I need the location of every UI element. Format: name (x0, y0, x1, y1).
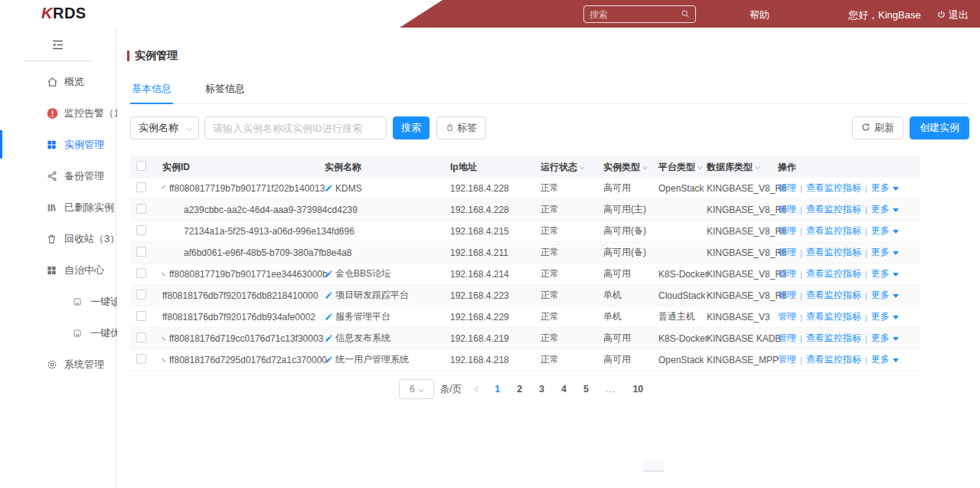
sidebar-item-recycle-bin[interactable]: 回收站（3） (0, 223, 116, 254)
edit-name-icon[interactable] (325, 355, 333, 364)
edit-name-icon[interactable] (325, 291, 333, 300)
monitor-link[interactable]: 查看监控指标 (806, 289, 861, 302)
page-ellipsis[interactable]: ... (606, 384, 616, 395)
instance-id: 72134a1a-5f25-4913-a06d-996e134fd696 (184, 226, 354, 237)
sidebar-item-one-key-optimization[interactable]: 一键优化 (0, 317, 116, 349)
sidebar-item-overview[interactable]: 概览 (0, 66, 116, 97)
global-search[interactable] (583, 5, 696, 23)
brand-logo[interactable]: KRDS (41, 5, 87, 22)
manage-link[interactable]: 管理 (778, 224, 796, 237)
instance-id: ff80818176db7f920176db934afe0002 (162, 312, 315, 323)
sidebar-item-one-key-diagnosis[interactable]: 一键诊断 (0, 286, 116, 317)
instance-ip: 192.168.4.228 (450, 205, 541, 215)
manage-link[interactable]: 管理 (778, 246, 796, 259)
db-type: KINGBASE KADB (707, 333, 778, 344)
tag-filter-button[interactable]: 标签 (436, 116, 486, 139)
more-link[interactable]: 更多 (871, 203, 899, 216)
row-checkbox[interactable] (136, 354, 146, 364)
page-size-select[interactable]: 6 (399, 379, 434, 399)
monitor-link[interactable]: 查看监控指标 (806, 267, 861, 280)
edit-name-icon[interactable] (325, 313, 333, 321)
row-checkbox[interactable] (136, 182, 146, 192)
tab-tag-info[interactable]: 标签信息 (204, 82, 247, 103)
monitor-link[interactable]: 查看监控指标 (806, 310, 861, 323)
manage-link[interactable]: 管理 (778, 267, 796, 280)
col-platform-type[interactable]: 平台类型 (658, 161, 707, 174)
more-link[interactable]: 更多 (871, 267, 899, 280)
monitor-link[interactable]: 查看监控指标 (806, 246, 861, 259)
brand-logo-k: K (41, 5, 53, 21)
page-header: 实例管理 (127, 49, 980, 63)
grid-icon (47, 265, 58, 275)
more-link[interactable]: 更多 (871, 310, 899, 323)
sidebar-item-backup[interactable]: 备份管理 (0, 160, 116, 192)
page-number[interactable]: 1 (495, 384, 500, 395)
monitor-link[interactable]: 查看监控指标 (806, 203, 861, 216)
sidebar-item-instances[interactable]: 实例管理 (0, 129, 116, 160)
more-link[interactable]: 更多 (871, 246, 899, 259)
row-checkbox[interactable] (136, 290, 146, 300)
create-instance-button[interactable]: 创建实例 (910, 116, 969, 139)
refresh-button[interactable]: 刷新 (852, 116, 903, 139)
grid-icon (47, 139, 58, 149)
more-link[interactable]: 更多 (871, 332, 899, 345)
sidebar-item-system-management[interactable]: 系统管理 (0, 349, 116, 380)
collapse-row-icon[interactable] (162, 185, 165, 189)
manage-link[interactable]: 管理 (778, 289, 796, 302)
row-checkbox[interactable] (136, 311, 146, 321)
manage-link[interactable]: 管理 (778, 332, 796, 345)
prev-page-button[interactable] (474, 387, 482, 391)
col-db-type[interactable]: 数据库类型 (707, 161, 778, 174)
search-field-select[interactable]: 实例名称 (130, 116, 199, 139)
user-greeting[interactable]: 您好，KingBase (848, 8, 921, 22)
row-checkbox[interactable] (136, 204, 146, 214)
search-button[interactable]: 搜索 (393, 116, 430, 139)
expand-row-icon[interactable] (162, 358, 165, 362)
manage-link[interactable]: 管理 (778, 310, 796, 323)
page-number[interactable]: 3 (539, 384, 544, 395)
more-link[interactable]: 更多 (871, 289, 899, 302)
sidebar-collapse-button[interactable] (51, 39, 66, 54)
tab-basic-info[interactable]: 基本信息 (130, 82, 173, 103)
sidebar-item-alerts[interactable]: 监控告警（15） (0, 97, 116, 129)
col-status[interactable]: 运行状态 (541, 161, 603, 174)
global-search-input[interactable] (590, 9, 681, 20)
manage-link[interactable]: 管理 (778, 353, 796, 366)
page-number[interactable]: 10 (632, 384, 643, 395)
expand-row-icon[interactable] (162, 336, 165, 340)
caret-down-icon (893, 294, 899, 298)
sidebar-item-deleted-instances[interactable]: 已删除实例（2） (0, 192, 116, 223)
row-checkbox[interactable] (136, 332, 146, 342)
chevron-left-icon (475, 386, 481, 392)
manage-link[interactable]: 管理 (778, 182, 796, 195)
action-separator (796, 205, 806, 215)
action-separator (861, 226, 871, 237)
row-checkbox[interactable] (136, 268, 146, 278)
sidebar-item-autonomy-center[interactable]: 自治中心 (0, 254, 116, 286)
instance-search-input[interactable] (204, 116, 387, 139)
caret-down-icon (893, 316, 899, 319)
row-checkbox[interactable] (136, 247, 146, 257)
more-link[interactable]: 更多 (871, 353, 899, 366)
page-number[interactable]: 5 (583, 384, 589, 395)
action-separator (796, 247, 806, 258)
more-link[interactable]: 更多 (871, 182, 899, 195)
monitor-link[interactable]: 查看监控指标 (806, 353, 861, 366)
page-number[interactable]: 2 (517, 384, 522, 395)
edit-name-icon[interactable] (325, 334, 333, 342)
col-instance-type[interactable]: 实例类型 (603, 161, 658, 174)
more-link[interactable]: 更多 (871, 224, 899, 237)
logout-button[interactable]: 退出 (937, 8, 969, 22)
row-checkbox[interactable] (136, 225, 146, 235)
edit-name-icon[interactable] (325, 270, 333, 278)
monitor-link[interactable]: 查看监控指标 (806, 224, 861, 237)
select-all-checkbox[interactable] (136, 161, 146, 171)
expand-row-icon[interactable] (162, 272, 165, 276)
edit-name-icon[interactable] (325, 184, 333, 192)
monitor-link[interactable]: 查看监控指标 (806, 332, 861, 345)
db-type: KINGBASE_V3 (707, 312, 778, 323)
manage-link[interactable]: 管理 (778, 203, 796, 216)
help-link[interactable]: 帮助 (750, 8, 769, 22)
page-number[interactable]: 4 (561, 384, 567, 395)
monitor-link[interactable]: 查看监控指标 (806, 182, 861, 195)
